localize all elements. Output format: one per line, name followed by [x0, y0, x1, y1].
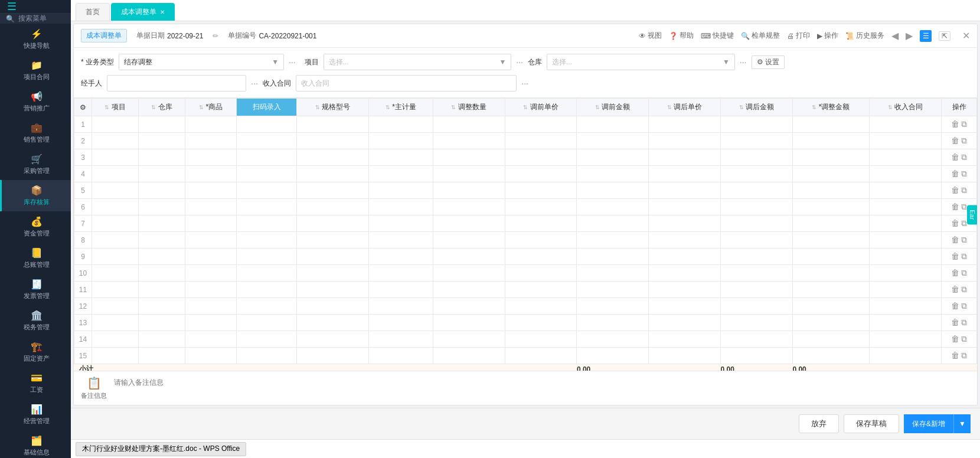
row-8-adjust-amount[interactable] [792, 232, 869, 248]
row-4-income-contract[interactable] [870, 166, 942, 182]
row-5-scan-input[interactable] [237, 182, 297, 199]
row-9-pre-unit-price[interactable] [505, 248, 577, 265]
sidebar-item-operations[interactable]: 📊 经营管理 [0, 399, 71, 430]
row-11-post-amount[interactable] [721, 282, 793, 298]
row-7-delete-icon[interactable]: 🗑 [951, 218, 959, 228]
row-14-adjust-amount[interactable] [792, 331, 869, 348]
row-6-product[interactable] [185, 199, 237, 215]
row-3-warehouse[interactable] [139, 149, 185, 166]
row-3-pre-unit-price[interactable] [505, 149, 577, 166]
warehouse-select[interactable]: 选择... ▼ [547, 54, 735, 70]
row-5-project[interactable] [92, 182, 139, 199]
row-4-warehouse[interactable] [139, 166, 185, 182]
row-4-pre-unit-price[interactable] [505, 166, 577, 182]
sidebar-item-tax[interactable]: 🏛️ 税务管理 [0, 305, 71, 336]
row-9-product[interactable] [185, 248, 237, 265]
warehouse-more-btn[interactable]: ··· [740, 57, 747, 67]
row-6-income-contract[interactable] [870, 199, 942, 215]
row-15-pre-amount[interactable] [577, 348, 649, 364]
action-operation[interactable]: ▶ 操作 [817, 31, 838, 41]
row-14-spec[interactable] [297, 331, 369, 348]
row-13-scan-input[interactable] [237, 315, 297, 331]
row-2-scan-input[interactable] [237, 133, 297, 149]
row-7-pre-amount[interactable] [577, 215, 649, 232]
row-12-adjust-qty[interactable] [433, 298, 505, 315]
row-10-project[interactable] [92, 265, 139, 282]
row-2-pre-amount[interactable] [577, 133, 649, 149]
row-15-copy-icon[interactable]: ⧉ [961, 351, 967, 360]
row-3-delete-icon[interactable]: 🗑 [951, 152, 959, 162]
row-1-unit[interactable] [368, 116, 433, 133]
row-5-product[interactable] [185, 182, 237, 199]
row-10-scan-input[interactable] [237, 265, 297, 282]
row-5-adjust-amount[interactable] [792, 182, 869, 199]
row-12-post-amount[interactable] [721, 298, 793, 315]
row-13-project[interactable] [92, 315, 139, 331]
row-4-spec[interactable] [297, 166, 369, 182]
row-1-warehouse[interactable] [139, 116, 185, 133]
row-9-post-unit-price[interactable] [649, 248, 721, 265]
nav-next-icon[interactable]: ▶ [906, 30, 913, 41]
row-11-delete-icon[interactable]: 🗑 [951, 284, 959, 294]
row-1-post-unit-price[interactable] [649, 116, 721, 133]
row-2-adjust-qty[interactable] [433, 133, 505, 149]
row-7-scan-input[interactable] [237, 215, 297, 232]
list-view-icon[interactable]: ☰ [920, 30, 932, 42]
row-12-post-unit-price[interactable] [649, 298, 721, 315]
row-4-product[interactable] [185, 166, 237, 182]
row-1-delete-icon[interactable]: 🗑 [951, 119, 959, 129]
row-15-delete-icon[interactable]: 🗑 [951, 351, 959, 360]
row-14-product[interactable] [185, 331, 237, 348]
discard-button[interactable]: 放弃 [799, 414, 839, 433]
row-10-warehouse[interactable] [139, 265, 185, 282]
row-6-post-amount[interactable] [721, 199, 793, 215]
row-2-spec[interactable] [297, 133, 369, 149]
action-print[interactable]: 🖨 打印 [787, 31, 810, 41]
row-12-warehouse[interactable] [139, 298, 185, 315]
row-8-unit[interactable] [368, 232, 433, 248]
handler-more-btn[interactable]: ··· [251, 78, 258, 88]
row-4-post-amount[interactable] [721, 166, 793, 182]
row-3-project[interactable] [92, 149, 139, 166]
row-3-pre-amount[interactable] [577, 149, 649, 166]
row-13-unit[interactable] [368, 315, 433, 331]
sidebar-search[interactable]: 🔍 搜索菜单 [0, 14, 71, 24]
row-5-warehouse[interactable] [139, 182, 185, 199]
tab-home[interactable]: 首页 [76, 3, 110, 21]
action-shortcut[interactable]: ⌨ 快捷键 [701, 31, 734, 41]
row-6-delete-icon[interactable]: 🗑 [951, 202, 959, 211]
row-1-copy-icon[interactable]: ⧉ [961, 119, 967, 129]
row-7-adjust-qty[interactable] [433, 215, 505, 232]
row-2-warehouse[interactable] [139, 133, 185, 149]
row-2-product[interactable] [185, 133, 237, 149]
row-8-project[interactable] [92, 232, 139, 248]
row-6-project[interactable] [92, 199, 139, 215]
row-7-product[interactable] [185, 215, 237, 232]
row-9-adjust-qty[interactable] [433, 248, 505, 265]
row-8-post-unit-price[interactable] [649, 232, 721, 248]
row-8-copy-icon[interactable]: ⧉ [961, 235, 967, 244]
row-2-pre-unit-price[interactable] [505, 133, 577, 149]
sidebar-item-basic-info[interactable]: 🗂️ 基础信息 [0, 430, 71, 458]
handler-select[interactable] [107, 75, 246, 91]
row-2-project[interactable] [92, 133, 139, 149]
row-15-scan-input[interactable] [237, 348, 297, 364]
row-15-warehouse[interactable] [139, 348, 185, 364]
row-12-project[interactable] [92, 298, 139, 315]
row-2-income-contract[interactable] [870, 133, 942, 149]
project-select[interactable]: 选择... ▼ [324, 54, 512, 70]
row-2-post-unit-price[interactable] [649, 133, 721, 149]
row-4-delete-icon[interactable]: 🗑 [951, 169, 959, 178]
taskbar-item-wps[interactable]: 木门行业好业财处理方案-墨红红.doc - WPS Office [76, 442, 246, 456]
row-9-post-amount[interactable] [721, 248, 793, 265]
row-5-post-amount[interactable] [721, 182, 793, 199]
row-15-income-contract[interactable] [870, 348, 942, 364]
row-11-warehouse[interactable] [139, 282, 185, 298]
row-10-unit[interactable] [368, 265, 433, 282]
row-10-product[interactable] [185, 265, 237, 282]
row-10-income-contract[interactable] [870, 265, 942, 282]
row-4-post-unit-price[interactable] [649, 166, 721, 182]
settings-btn[interactable]: ⚙ 设置 [752, 55, 785, 69]
row-5-income-contract[interactable] [870, 182, 942, 199]
row-14-pre-amount[interactable] [577, 331, 649, 348]
